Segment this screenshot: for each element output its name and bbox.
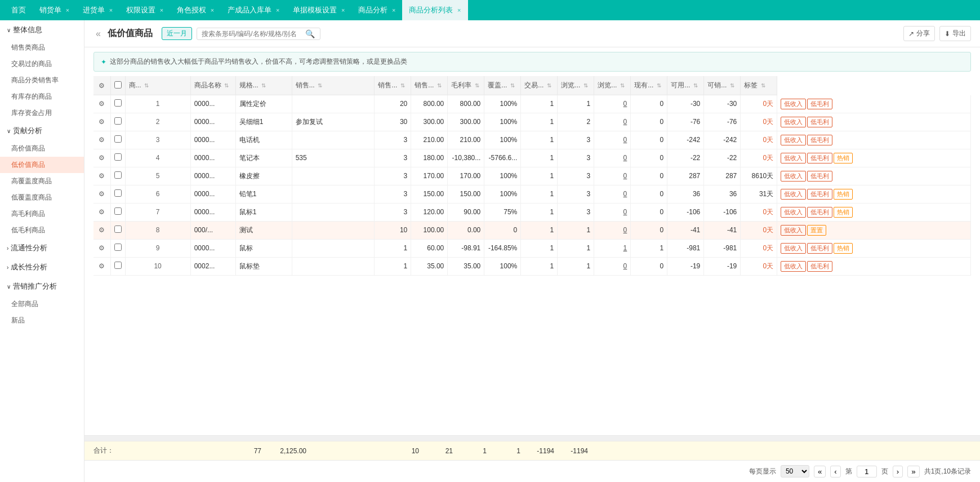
per-page-select[interactable]: 50 100 200 <box>781 465 809 477</box>
search-icon[interactable]: 🔍 <box>305 29 315 38</box>
settings-column-header[interactable]: ⚙ <box>93 76 110 95</box>
view1-value[interactable]: 1 <box>623 244 627 252</box>
nav-product-analysis[interactable]: 商品分析 × <box>351 0 402 20</box>
code-column-header[interactable]: 商... ⇅ <box>125 76 190 95</box>
horizontal-scrollbar[interactable] <box>84 435 980 441</box>
close-icon[interactable]: × <box>457 7 461 14</box>
row-settings[interactable]: ⚙ <box>93 95 110 113</box>
close-icon[interactable]: × <box>341 7 345 14</box>
export-button[interactable]: ⬇ 导出 <box>939 26 971 41</box>
row-checkbox-cell[interactable] <box>110 95 125 113</box>
sidebar-item-low-value[interactable]: 低价值商品 <box>0 157 84 173</box>
share-button[interactable]: ↗ 分享 <box>903 26 935 41</box>
view1-value[interactable]: 0 <box>623 136 627 144</box>
view1-value[interactable]: 0 <box>623 154 627 162</box>
row-view1[interactable]: 0 <box>594 95 631 113</box>
nav-roles[interactable]: 角色授权 × <box>170 0 221 20</box>
sales-amount-column-header[interactable]: 销售... ⇅ <box>375 76 411 95</box>
row-view1[interactable]: 1 <box>594 239 631 257</box>
row-checkbox-cell[interactable] <box>110 239 125 257</box>
view1-value[interactable]: 0 <box>623 208 627 216</box>
row-settings[interactable]: ⚙ <box>93 185 110 203</box>
nav-permissions[interactable]: 权限设置 × <box>119 0 170 20</box>
checkbox-column-header[interactable] <box>110 76 125 95</box>
nav-home[interactable]: 首页 <box>5 0 33 20</box>
sidebar-item-traded-goods[interactable]: 交易过的商品 <box>0 56 84 72</box>
nav-analysis-list[interactable]: 商品分析列表 × <box>402 0 467 20</box>
row-checkbox-cell[interactable] <box>110 203 125 221</box>
sales-profit-column-header[interactable]: 销售... ⇅ <box>411 76 448 95</box>
coverage-column-header[interactable]: 覆盖... ⇅ <box>484 76 521 95</box>
row-settings[interactable]: ⚙ <box>93 203 110 221</box>
name-column-header[interactable]: 商品名称 ⇅ <box>190 76 235 95</box>
tags-column-header[interactable]: 标签 ⇅ <box>741 76 777 95</box>
collapse-sidebar-button[interactable]: « <box>93 26 103 41</box>
sidebar-item-all-goods[interactable]: 全部商品 <box>0 296 84 312</box>
row-view1[interactable]: 0 <box>594 257 631 275</box>
row-view1[interactable]: 0 <box>594 203 631 221</box>
view1-value[interactable]: 0 <box>623 100 627 108</box>
close-icon[interactable]: × <box>160 7 163 14</box>
current-column-header[interactable]: 现有... ⇅ <box>631 76 667 95</box>
row-checkbox[interactable] <box>114 207 122 215</box>
row-checkbox-cell[interactable] <box>110 167 125 185</box>
sidebar-section-marketing[interactable]: ∨ 营销推广分析 <box>0 277 84 296</box>
sidebar-item-high-margin[interactable]: 高毛利商品 <box>0 206 84 222</box>
trade-column-header[interactable]: 交易... ⇅ <box>521 76 558 95</box>
row-checkbox[interactable] <box>114 153 122 161</box>
row-checkbox[interactable] <box>114 117 122 125</box>
view1-value[interactable]: 0 <box>623 190 627 198</box>
sidebar-section-overall[interactable]: ∨ 整体信息 <box>0 20 84 39</box>
nav-purchase[interactable]: 进货单 × <box>76 0 119 20</box>
sidebar-item-high-value[interactable]: 高价值商品 <box>0 140 84 157</box>
row-view1[interactable]: 0 <box>594 131 631 149</box>
row-settings[interactable]: ⚙ <box>93 113 110 131</box>
close-icon[interactable]: × <box>66 7 69 14</box>
row-view1[interactable]: 0 <box>594 167 631 185</box>
sidebar-item-low-coverage[interactable]: 低覆盖度商品 <box>0 189 84 206</box>
nav-product-storage[interactable]: 产成品入库单 × <box>221 0 286 20</box>
last-page-button[interactable]: » <box>907 466 919 477</box>
sidebar-item-category-sales[interactable]: 商品分类销售率 <box>0 72 84 89</box>
sidebar-item-low-margin[interactable]: 低毛利商品 <box>0 222 84 238</box>
gross-margin-column-header[interactable]: 毛利率 ⇅ <box>448 76 484 95</box>
row-checkbox-cell[interactable] <box>110 113 125 131</box>
prev-page-button[interactable]: ‹ <box>830 466 840 477</box>
row-checkbox[interactable] <box>114 171 122 179</box>
row-checkbox-cell[interactable] <box>110 185 125 203</box>
row-settings[interactable]: ⚙ <box>93 167 110 185</box>
close-icon[interactable]: × <box>211 7 214 14</box>
view1-value[interactable]: 0 <box>623 118 627 126</box>
row-view1[interactable]: 0 <box>594 149 631 167</box>
row-settings[interactable]: ⚙ <box>93 257 110 275</box>
sidebar-item-high-coverage[interactable]: 高覆盖度商品 <box>0 173 84 189</box>
sidebar-section-growth[interactable]: › 成长性分析 <box>0 258 84 277</box>
row-settings[interactable]: ⚙ <box>93 131 110 149</box>
close-icon[interactable]: × <box>276 7 279 14</box>
sales-qty-column-header[interactable]: 销售... ⇅ <box>292 76 375 95</box>
sidebar-section-liquidity[interactable]: › 流通性分析 <box>0 238 84 258</box>
select-all-checkbox[interactable] <box>114 81 122 89</box>
sidebar-section-contribution[interactable]: ∨ 贡献分析 <box>0 121 84 140</box>
row-checkbox[interactable] <box>114 262 122 269</box>
sellable-column-header[interactable]: 可销... ⇅ <box>704 76 741 95</box>
first-page-button[interactable]: « <box>814 466 826 477</box>
row-settings[interactable]: ⚙ <box>93 221 110 239</box>
next-page-button[interactable]: › <box>893 466 903 477</box>
sidebar-item-stock-capital[interactable]: 库存资金占用 <box>0 105 84 121</box>
row-checkbox-cell[interactable] <box>110 221 125 239</box>
view1-column-header[interactable]: 浏览... ⇅ <box>558 76 594 95</box>
row-checkbox[interactable] <box>114 244 122 251</box>
row-settings[interactable]: ⚙ <box>93 239 110 257</box>
spec-column-header[interactable]: 规格... ⇅ <box>235 76 292 95</box>
close-icon[interactable]: × <box>392 7 395 14</box>
row-checkbox-cell[interactable] <box>110 131 125 149</box>
sidebar-item-new-goods[interactable]: 新品 <box>0 312 84 329</box>
row-checkbox[interactable] <box>114 135 122 143</box>
row-checkbox[interactable] <box>114 189 122 197</box>
available-column-header[interactable]: 可用... ⇅ <box>667 76 704 95</box>
close-icon[interactable]: × <box>109 7 113 14</box>
row-checkbox[interactable] <box>114 99 122 107</box>
row-view1[interactable]: 0 <box>594 113 631 131</box>
nav-sales[interactable]: 销货单 × <box>33 0 76 20</box>
